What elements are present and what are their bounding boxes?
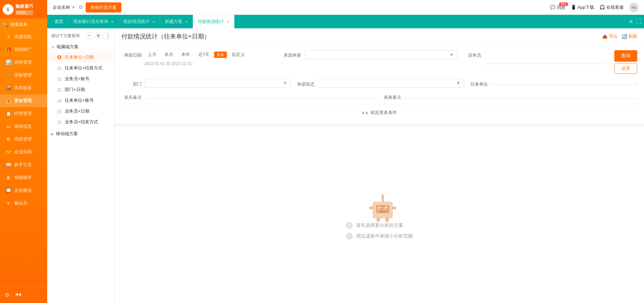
app-title-block: 畅捷通巧 标准版 bbox=[16, 3, 33, 15]
dept-dropdown-icon: ▼ bbox=[283, 81, 287, 86]
app-edition: 标准版 bbox=[16, 10, 33, 15]
service-btn[interactable]: 🎧 在线客服 bbox=[599, 4, 624, 10]
scheme-item-partner-settlement[interactable]: 往来单位+结算方式 bbox=[47, 63, 114, 73]
svg-rect-7 bbox=[57, 80, 61, 81]
tab-receipt-stats[interactable]: 收款情况统计 ✕ bbox=[119, 15, 160, 28]
scheme-item-dept-date[interactable]: 部门+日期 bbox=[47, 84, 114, 95]
partner-input[interactable] bbox=[491, 81, 631, 85]
tab-new-scheme[interactable]: 新建方案 ✕ bbox=[160, 15, 193, 28]
dept-select[interactable]: ▼ bbox=[145, 79, 291, 88]
app-label: App下载 bbox=[578, 4, 594, 10]
message-btn[interactable]: 💬 消息 99+ bbox=[550, 4, 565, 10]
tab-home[interactable]: 首页 bbox=[50, 15, 68, 28]
service-label: 在线客服 bbox=[606, 4, 624, 10]
settings-footer-btn[interactable]: ⚙ bbox=[3, 291, 11, 300]
sidebar-item-system[interactable]: ⚙ 系统管理 bbox=[0, 133, 47, 146]
search-menu[interactable]: 🔍 搜索菜单 bbox=[0, 19, 47, 30]
sidebar-item-marketing[interactable]: 🎁 营销推广 bbox=[0, 43, 47, 56]
sidebar-item-cooperation[interactable]: 🤝 企业协同 bbox=[0, 146, 47, 158]
member-icon: V bbox=[5, 200, 11, 206]
sidebar-item-basic[interactable]: 🗂 基础信息 bbox=[0, 120, 47, 133]
date-last-7days-btn[interactable]: 近7天 bbox=[195, 50, 213, 59]
source-doc-select[interactable]: ▼ bbox=[304, 50, 457, 59]
system-icon: ⚙ bbox=[5, 136, 11, 142]
date-this-month-btn[interactable]: 本月 bbox=[161, 50, 177, 59]
tab-bank-flow-close-icon[interactable]: ✕ bbox=[111, 20, 114, 24]
sidebar-item-finance[interactable]: 💰 资金管理 bbox=[0, 94, 47, 107]
staff-input[interactable] bbox=[485, 60, 602, 64]
close-all-tabs-icon[interactable]: ✕ bbox=[629, 19, 633, 25]
collapse-sidebar-btn[interactable]: ◀◀ bbox=[13, 291, 22, 300]
desktop-scheme-group: ▼ 电脑端方案 往来单位+日期 往来单位+结算方式 bbox=[47, 42, 114, 127]
sidebar-item-hardware[interactable]: 🖥 智能硬件 bbox=[0, 171, 47, 184]
chart-icon bbox=[57, 98, 62, 103]
export-btn[interactable]: 📤 导出 bbox=[602, 33, 618, 39]
maximize-icon[interactable]: ⛶ bbox=[636, 19, 641, 25]
desktop-scheme-group-header[interactable]: ▼ 电脑端方案 bbox=[47, 42, 114, 52]
tab-bank-flow-label: 现金银行流水查询 bbox=[73, 19, 108, 25]
sidebar-item-label: 营销推广 bbox=[14, 47, 32, 53]
collapse-filter-btn[interactable]: ∧∧ 收起更多条件 bbox=[121, 107, 637, 118]
current-company[interactable]: 企业名称 ▼ bbox=[53, 4, 76, 10]
avatar[interactable]: Rit bbox=[629, 3, 639, 12]
svg-rect-10 bbox=[57, 91, 61, 92]
tab-new-scheme-label: 新建方案 bbox=[165, 19, 182, 25]
tab-payment-stats-close-icon[interactable]: ✕ bbox=[227, 20, 229, 24]
scheme-item-partner-date[interactable]: 往来单位+日期 bbox=[47, 52, 114, 63]
svg-rect-11 bbox=[57, 101, 58, 102]
sidebar-item-guide[interactable]: 📖 新手引导 bbox=[0, 158, 47, 171]
message-badge: 99+ bbox=[559, 2, 568, 6]
scheme-item-staff-settlement[interactable]: 业务员+结算方式 bbox=[47, 117, 114, 127]
sidebar-item-quick-nav[interactable]: ⚡ 快捷导航 bbox=[0, 30, 47, 43]
doc-status-label: 单据状态 bbox=[294, 79, 315, 87]
topbar-gear-icon[interactable]: ⚙ bbox=[78, 4, 83, 10]
scheme-item-staff-date[interactable]: 业务员+日期 bbox=[47, 106, 114, 117]
settings-btn[interactable]: 设置 bbox=[614, 63, 637, 74]
refresh-btn[interactable]: 🔄 刷新 bbox=[622, 33, 637, 39]
partner-more-icon[interactable]: ··· bbox=[631, 81, 637, 86]
header-note-input[interactable] bbox=[145, 95, 378, 98]
svg-rect-16 bbox=[57, 113, 61, 113]
scheme-settings-btn[interactable]: ⚙ bbox=[95, 32, 101, 39]
scheme-item-staff-account[interactable]: 业务员+账号 bbox=[47, 73, 114, 84]
mobile-scheme-group-header[interactable]: ▶ 移动端方案 bbox=[47, 129, 114, 139]
sidebar-item-purchase[interactable]: 🛒 采购管理 bbox=[0, 69, 47, 82]
step2-number: 2 bbox=[346, 233, 353, 240]
tab-new-scheme-close-icon[interactable]: ✕ bbox=[185, 20, 188, 24]
add-scheme-btn[interactable]: + bbox=[86, 32, 93, 39]
sidebar-footer: ⚙ ◀◀ bbox=[0, 287, 47, 303]
body-note-input[interactable] bbox=[405, 95, 637, 98]
sidebar-item-sales[interactable]: 📊 销售管理 bbox=[0, 56, 47, 69]
staff-more-icon[interactable]: ··· bbox=[601, 60, 608, 65]
page-header: 付款情况统计（往来单位+日期） 📤 导出 🔄 刷新 bbox=[115, 28, 644, 45]
date-custom-btn[interactable]: 自定义 bbox=[228, 50, 248, 59]
svg-rect-4 bbox=[57, 69, 61, 70]
filter-area: 单据日期 上月 本月 本年 近7天 更多 自定义 2022-01-01 至 20… bbox=[115, 45, 644, 124]
scheme-collapse-btn[interactable]: 《 bbox=[104, 32, 110, 39]
scheme-item-partner-account[interactable]: 往来单位+账号 bbox=[47, 95, 114, 106]
tab-receipt-stats-close-icon[interactable]: ✕ bbox=[152, 20, 155, 24]
app-download-btn[interactable]: 📱 App下载 bbox=[571, 4, 594, 10]
group-arrow-icon: ▼ bbox=[51, 45, 55, 49]
doc-status-select[interactable]: ▼ bbox=[318, 79, 464, 88]
app-name: 畅捷通巧 bbox=[16, 3, 33, 9]
date-this-year-btn[interactable]: 本年 bbox=[178, 50, 194, 59]
sidebar-item-label: 畅会员 bbox=[14, 200, 27, 206]
sidebar-item-wechat[interactable]: 💬 企业微信 bbox=[0, 184, 47, 197]
tab-payment-stats[interactable]: 付款情况统计 ✕ bbox=[193, 15, 234, 28]
sidebar-item-label: 企业微信 bbox=[14, 187, 32, 193]
sidebar-item-inventory[interactable]: 📦 库存核算 bbox=[0, 82, 47, 94]
basic-icon: 🗂 bbox=[5, 123, 11, 129]
svg-rect-9 bbox=[57, 90, 61, 90]
sidebar-item-operation[interactable]: 📋 经营管理 bbox=[0, 107, 47, 120]
sidebar-item-member[interactable]: V 畅会员 bbox=[0, 197, 47, 210]
tab-bank-flow[interactable]: 现金银行流水查询 ✕ bbox=[68, 15, 119, 28]
date-last-month-btn[interactable]: 上月 bbox=[144, 50, 160, 59]
svg-rect-6 bbox=[57, 79, 61, 80]
tab-payment-stats-label: 付款情况统计 bbox=[198, 19, 224, 25]
trial-btn[interactable]: 体验行业方案 bbox=[86, 2, 121, 12]
query-btn[interactable]: 查询 bbox=[614, 50, 637, 62]
date-more-btn[interactable]: 更多 bbox=[214, 52, 227, 58]
scheme-panel-header: 按以下方案查询 + ⚙ 《 bbox=[47, 32, 114, 42]
content-area: 按以下方案查询 + ⚙ 《 ▼ 电脑端方案 往来单位+日期 bbox=[47, 28, 644, 303]
